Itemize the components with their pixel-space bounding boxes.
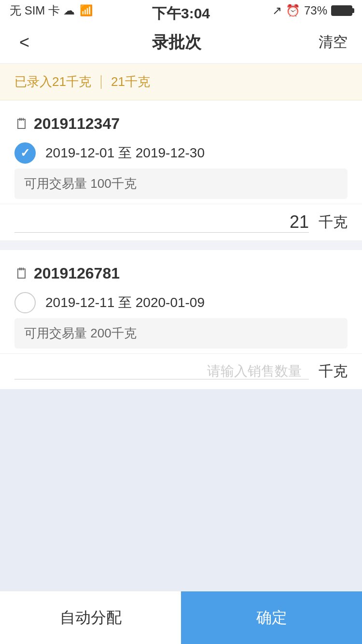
checkbox-1[interactable] <box>14 142 36 164</box>
quantity-input-2[interactable] <box>14 364 309 379</box>
auto-distribute-button[interactable]: 自动分配 <box>0 591 181 644</box>
quantity-underline-2[interactable] <box>14 364 309 379</box>
battery-icon <box>331 5 352 16</box>
batch-header-1: 🗒 2019112347 <box>0 100 362 138</box>
batch-id-2: 2019126781 <box>34 265 120 282</box>
quantity-row-1: 21 千克 <box>0 204 362 240</box>
bottom-bar: 自动分配 确定 <box>0 591 362 644</box>
status-left: 无 SIM 卡 ☁ 📶 <box>10 3 93 18</box>
quantity-underline-1: 21 <box>14 212 309 233</box>
batch-header-2: 🗒 2019126781 <box>0 250 362 287</box>
sim-label: 无 SIM 卡 ☁ <box>10 3 75 18</box>
quantity-unit-2: 千克 <box>319 362 348 381</box>
clear-button[interactable]: 清空 <box>319 32 348 52</box>
checkbox-2[interactable] <box>14 292 36 313</box>
batch-row-1: 2019-12-01 至 2019-12-30 <box>0 138 362 168</box>
nav-bar: < 录批次 清空 <box>0 21 362 64</box>
batch-row-2: 2019-12-11 至 2020-01-09 <box>0 287 362 318</box>
card-separator-1 <box>0 240 362 250</box>
location-icon: ↗ <box>272 4 282 17</box>
batch-icon-2: 🗒 <box>14 266 29 282</box>
status-bar: 无 SIM 卡 ☁ 📶 下午3:04 ↗ ⏰ 73% <box>0 0 362 21</box>
batch-id-1: 2019112347 <box>34 115 120 133</box>
clock-icon: ⏰ <box>286 4 300 17</box>
batch-card-1: 🗒 2019112347 2019-12-01 至 2019-12-30 可用交… <box>0 100 362 240</box>
batch-icon-1: 🗒 <box>14 116 29 132</box>
available-2: 可用交易量 200千克 <box>14 318 348 349</box>
info-divider <box>101 75 101 89</box>
quantity-input-wrapper-2: 千克 <box>0 353 362 389</box>
battery-percent: 73% <box>304 4 327 17</box>
content-area: 🗒 2019112347 2019-12-01 至 2019-12-30 可用交… <box>0 100 362 628</box>
page-title: 录批次 <box>152 31 201 54</box>
quantity-unit-1: 千克 <box>319 212 348 232</box>
confirm-button[interactable]: 确定 <box>181 591 362 644</box>
batch-card-2: 🗒 2019126781 2019-12-11 至 2020-01-09 可用交… <box>0 250 362 389</box>
available-1: 可用交易量 100千克 <box>14 168 348 199</box>
batch-date-1: 2019-12-01 至 2019-12-30 <box>45 144 205 162</box>
wifi-icon: 📶 <box>80 4 93 17</box>
back-button[interactable]: < <box>14 28 34 57</box>
info-value: 21千克 <box>111 73 150 90</box>
batch-date-2: 2019-12-11 至 2020-01-09 <box>45 294 205 312</box>
status-time: 下午3:04 <box>152 4 210 24</box>
quantity-value-1: 21 <box>290 212 309 232</box>
status-right: ↗ ⏰ 73% <box>272 4 352 17</box>
info-banner: 已录入21千克 21千克 <box>0 64 362 100</box>
recorded-label: 已录入21千克 <box>14 73 91 90</box>
